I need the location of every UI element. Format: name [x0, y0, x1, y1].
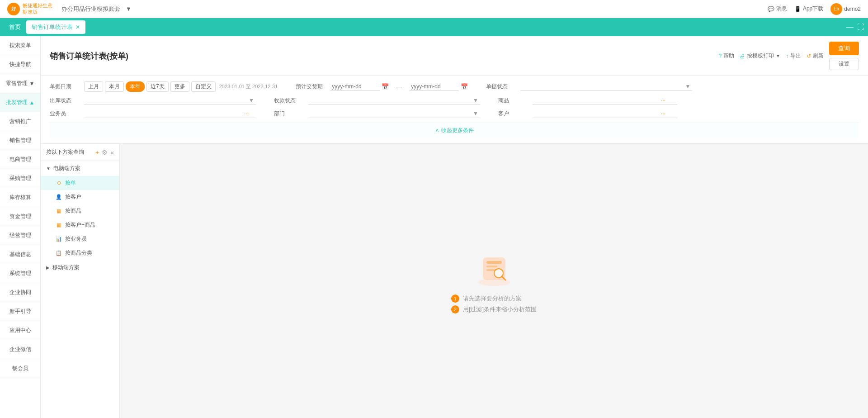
sidebar-item-app-center[interactable]: 应用中心 — [0, 321, 40, 340]
sidebar-item-system[interactable]: 系统管理 — [0, 264, 40, 283]
tab-minimize-btn[interactable]: — — [846, 23, 854, 31]
hint-1-num: 1 — [451, 294, 459, 303]
sidebar-item-search[interactable]: 搜索菜单 — [0, 36, 40, 55]
refresh-icon: ↺ — [807, 53, 811, 59]
page-title: 销售订单统计表(按单) — [50, 51, 128, 62]
scheme-collapse-icon[interactable]: « — [110, 149, 114, 156]
customer-more-icon[interactable]: ··· — [661, 110, 665, 117]
by-customer-icon: 👤 — [55, 194, 62, 201]
scheme-item-by-goods[interactable]: ▦ 按商品 — [41, 204, 119, 218]
date-buttons-group: 上月 本月 本年 近7天 更多 自定义 2023-01-01 至 2023-12… — [84, 81, 278, 92]
tab-maximize-btn[interactable]: ⛶ — [857, 23, 864, 31]
export-btn[interactable]: ↑ 导出 — [786, 52, 801, 60]
sidebar-item-retail[interactable]: 零售管理 ▼ — [0, 74, 40, 93]
collapse-bar[interactable]: ∧ 收起更多条件 — [50, 123, 859, 138]
sidebar-item-inventory[interactable]: 库存核算 — [0, 188, 40, 207]
empty-hint-2: 2 用[过滤]条件来缩小分析范围 — [451, 305, 537, 314]
ship-status-select[interactable]: ▼ — [84, 96, 256, 105]
goods-input[interactable] — [533, 96, 659, 104]
tab-close-icon[interactable]: ✕ — [75, 24, 80, 30]
goods-more-icon[interactable]: ··· — [661, 97, 665, 104]
message-btn[interactable]: 💬 消息 — [768, 5, 787, 13]
user-profile[interactable]: Ea demo2 — [830, 3, 861, 15]
date-btn-more[interactable]: 更多 — [170, 81, 189, 92]
payment-status-label: 收款状态 — [274, 97, 301, 104]
top-bar-right: 💬 消息 📱 App下载 Ea demo2 — [768, 3, 861, 15]
app-download-btn[interactable]: 📱 App下载 — [794, 5, 823, 13]
logo-area: 好 畅捷通好生意 标准版 — [7, 3, 52, 15]
top-bar: 好 畅捷通好生意 标准版 办公用品行业模拟账套 ▼ 💬 消息 📱 App下载 E… — [0, 0, 868, 18]
sidebar-item-quick-nav[interactable]: 快捷导航 — [0, 55, 40, 74]
print-icon: 🖨 — [740, 53, 745, 59]
tab-sales-order-stat[interactable]: 销售订单统计表 ✕ — [26, 20, 85, 34]
sidebar-item-member[interactable]: 畅会员 — [0, 359, 40, 378]
top-bar-title: 办公用品行业模拟账套 — [61, 5, 120, 13]
print-dropdown-icon[interactable]: ▼ — [776, 53, 780, 58]
calendar-from-icon[interactable]: 📅 — [382, 83, 389, 90]
date-btn-last-month[interactable]: 上月 — [84, 81, 103, 92]
scheme-panel: 按以下方案查询 + ⚙ « ▼ 电脑端方案 ⊙ 按单 — [41, 144, 120, 418]
refresh-btn[interactable]: ↺ 刷新 — [807, 52, 824, 60]
query-button[interactable]: 查询 — [829, 42, 859, 55]
scheme-settings-icon[interactable]: ⚙ — [102, 149, 108, 156]
scheme-item-by-order[interactable]: ⊙ 按单 — [41, 176, 119, 190]
sidebar-item-wechat[interactable]: 企业微信 — [0, 340, 40, 359]
tab-home[interactable]: 首页 — [4, 20, 26, 34]
empty-hint-1: 1 请先选择要分析的方案 — [451, 294, 537, 303]
mobile-group-arrow-icon: ▶ — [46, 265, 50, 270]
scheme-group-pc[interactable]: ▼ 电脑端方案 — [41, 161, 119, 176]
panel-header-icons: + ⚙ « — [95, 149, 114, 156]
sidebar-item-purchase[interactable]: 采购管理 — [0, 169, 40, 188]
setting-button[interactable]: 设置 — [829, 58, 859, 70]
filter-row-2: 出库状态 ▼ 收款状态 ▼ 商品 ··· — [50, 96, 859, 105]
lower-section: 按以下方案查询 + ⚙ « ▼ 电脑端方案 ⊙ 按单 — [41, 144, 868, 418]
date-btn-this-month[interactable]: 本月 — [105, 81, 124, 92]
scheme-item-by-customer-goods[interactable]: ▦ 按客户+商品 — [41, 218, 119, 232]
scheme-add-icon[interactable]: + — [95, 149, 99, 156]
dept-label: 部门 — [274, 110, 301, 118]
ship-status-label: 出库状态 — [50, 97, 77, 104]
customer-input-group: ··· — [533, 109, 677, 118]
date-btn-custom[interactable]: 自定义 — [191, 81, 216, 92]
empty-state: 1 请先选择要分析的方案 2 用[过滤]条件来缩小分析范围 — [120, 144, 868, 418]
payment-status-select[interactable]: ▼ — [308, 96, 480, 105]
customer-input[interactable] — [533, 109, 659, 118]
sidebar-item-marketing[interactable]: 营销推广 — [0, 112, 40, 131]
by-sales-rep-icon: 📊 — [55, 236, 62, 243]
sidebar-item-basic[interactable]: 基础信息 — [0, 245, 40, 264]
sidebar-item-sales[interactable]: 销售管理 — [0, 131, 40, 150]
template-print-btn[interactable]: 🖨 按模板打印 ▼ — [740, 52, 780, 60]
sidebar-item-enterprise[interactable]: 企业协同 — [0, 283, 40, 302]
svg-rect-2 — [486, 261, 502, 264]
date-range-hint: 2023-01-01 至 2023-12-31 — [219, 83, 278, 90]
top-bar-dropdown-icon[interactable]: ▼ — [126, 5, 132, 12]
date-btn-this-year[interactable]: 本年 — [126, 81, 145, 92]
sidebar-item-wholesale[interactable]: 批发管理 ▲ — [0, 93, 40, 112]
sales-rep-label: 业务员 — [50, 110, 77, 118]
sidebar-item-operation[interactable]: 经营管理 — [0, 226, 40, 245]
empty-illustration — [474, 248, 514, 289]
expected-delivery-to-input[interactable] — [409, 82, 459, 91]
scheme-group-mobile[interactable]: ▶ 移动端方案 — [41, 260, 119, 275]
sales-rep-input[interactable] — [84, 109, 242, 118]
dept-select[interactable]: ▼ — [308, 109, 480, 118]
help-btn[interactable]: ? 帮助 — [718, 52, 734, 60]
expected-delivery-date-from: 📅 — [330, 82, 389, 91]
scheme-item-by-customer[interactable]: 👤 按客户 — [41, 190, 119, 204]
sidebar-item-finance[interactable]: 资金管理 — [0, 207, 40, 226]
sidebar-item-newbie[interactable]: 新手引导 — [0, 302, 40, 321]
scheme-item-by-sales-rep[interactable]: 📊 按业务员 — [41, 232, 119, 246]
sidebar-item-ecommerce[interactable]: 电商管理 — [0, 150, 40, 169]
top-bar-left: 好 畅捷通好生意 标准版 办公用品行业模拟账套 ▼ — [7, 3, 132, 15]
expected-delivery-from-input[interactable] — [330, 82, 380, 91]
date-btn-7days[interactable]: 近7天 — [146, 81, 169, 92]
message-icon: 💬 — [768, 6, 774, 12]
calendar-to-icon[interactable]: 📅 — [461, 83, 468, 90]
order-status-select[interactable]: ▼ — [520, 82, 692, 91]
wholesale-arrow-icon: ▲ — [29, 100, 35, 106]
action-buttons-group: 查询 设置 — [829, 42, 859, 70]
panel-header: 按以下方案查询 + ⚙ « — [41, 144, 119, 161]
filter-row-3: 业务员 ··· 部门 ▼ 客户 ··· — [50, 109, 859, 118]
scheme-item-by-goods-category[interactable]: 📋 按商品分类 — [41, 246, 119, 260]
sales-rep-more-icon[interactable]: ··· — [244, 110, 249, 117]
